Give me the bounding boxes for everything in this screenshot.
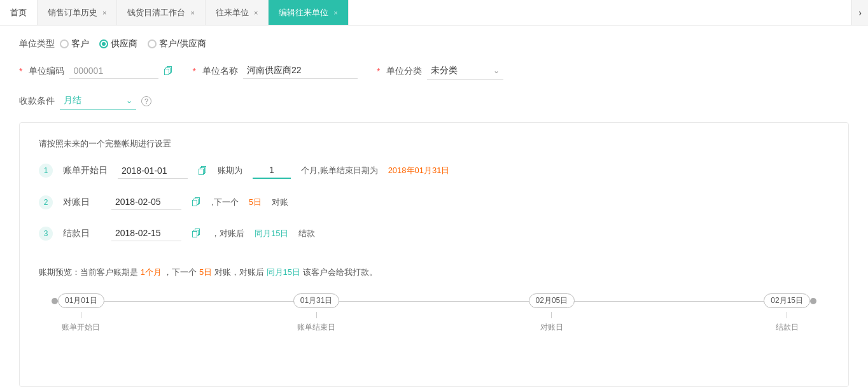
code-name-category-row: * 单位编码 🗍 * 单位名称 * 单位分类 未分类 ⌄ [19, 62, 849, 80]
unit-type-row: 单位类型 客户 供应商 客户/供应商 [19, 38, 849, 50]
timeline-badge-2: 01月31日 [293, 293, 340, 308]
code-icon[interactable]: 🗍 [164, 66, 173, 76]
category-select[interactable]: 未分类 ⌄ [427, 62, 503, 80]
main-content: 单位类型 客户 供应商 客户/供应商 * 单位编码 [0, 25, 868, 387]
tab-home[interactable]: 首页 [0, 0, 38, 25]
payment-label: 收款条件 [19, 95, 55, 107]
step-2-label: 对账日 [63, 197, 101, 208]
category-required: * [377, 66, 380, 76]
timeline-stem-2 [316, 312, 317, 318]
preview-section: 账期预览：当前客户账期是 1个月 ，下一个 5日 对账，对账后 同月15日 该客… [39, 257, 829, 371]
radio-supplier-label: 供应商 [111, 38, 137, 50]
preview-text: 账期预览：当前客户账期是 1个月 ，下一个 5日 对账，对账后 同月15日 该客… [39, 267, 829, 278]
step-1-row: 1 账单开始日 🗍 账期为 个月,账单结束日期为 2018年01月31日 [39, 162, 829, 179]
code-label: 单位编码 [29, 66, 64, 77]
preview-part3-highlight: 同月15日 [267, 267, 300, 277]
preview-label: 账期预览：当前客户账期是 [39, 267, 138, 277]
tab-edit-partner-label: 编辑往来单位 [279, 7, 328, 18]
tab-sales-history-label: 销售订单历史 [48, 7, 97, 18]
tab-partner-close[interactable]: × [254, 9, 258, 17]
timeline-label-4: 结款日 [776, 322, 799, 333]
step-3-row: 3 结款日 🗍 ，对账后 同月15日 结款 [39, 225, 829, 241]
chevron-right-icon: › [858, 8, 862, 18]
payment-value: 月结 [64, 95, 122, 106]
step-3-date-input[interactable] [111, 225, 181, 241]
code-field: * 单位编码 🗍 [19, 63, 173, 79]
category-label: 单位分类 [386, 66, 422, 77]
payment-select[interactable]: 月结 ⌄ [60, 92, 136, 109]
timeline-stem-3 [551, 312, 552, 318]
timeline-node-3: 02月05日 对账日 [529, 293, 575, 333]
radio-supplier[interactable]: 供应商 [99, 38, 137, 50]
category-value: 未分类 [431, 65, 489, 76]
timeline-start-dot [52, 298, 58, 304]
help-icon[interactable]: ? [141, 96, 151, 106]
tab-bar: 首页 销售订单历史 × 钱货日清工作台 × 往来单位 × 编辑往来单位 × › [0, 0, 868, 25]
timeline-label-1: 账单开始日 [62, 322, 100, 333]
unit-type-field: 单位类型 客户 供应商 客户/供应商 [19, 38, 206, 50]
timeline-end-dot [810, 298, 816, 304]
step-2-desc-prefix: ,下一个 [211, 197, 239, 208]
tab-sales-history-close[interactable]: × [102, 9, 106, 17]
timeline-container: 01月01日 账单开始日 01月31日 账单结束日 02月05日 对账日 [39, 293, 829, 358]
preview-part2-suffix: 对账，对账后 [214, 267, 264, 277]
step-1-period-label: 账期为 [218, 165, 242, 176]
preview-part3-suffix: 该客户会给我打款。 [303, 267, 377, 277]
preview-part2-highlight: 5日 [199, 267, 212, 277]
radio-group: 客户 供应商 客户/供应商 [60, 38, 206, 50]
timeline-node-2: 01月31日 账单结束日 [293, 293, 340, 333]
step-1-label: 账单开始日 [63, 165, 108, 176]
timeline-node-4: 02月15日 结款日 [764, 293, 810, 333]
name-label: 单位名称 [202, 66, 238, 77]
preview-part1: 1个月 [141, 267, 162, 277]
radio-customer[interactable]: 客户 [60, 38, 89, 50]
tab-home-label: 首页 [10, 7, 27, 18]
card-title: 请按照未来的一个完整帐期进行设置 [39, 138, 829, 150]
step-1-cal-icon[interactable]: 🗍 [198, 165, 207, 176]
radio-both-label: 客户/供应商 [159, 38, 206, 50]
timeline-badge-1: 01月01日 [58, 293, 104, 308]
name-field: * 单位名称 [192, 63, 357, 79]
timeline-stem-4 [787, 312, 787, 318]
timeline-badge-3: 02月05日 [529, 293, 575, 308]
radio-both[interactable]: 客户/供应商 [148, 38, 206, 50]
payment-chevron-icon: ⌄ [126, 96, 132, 105]
step-2-cal-icon[interactable]: 🗍 [192, 197, 201, 208]
unit-type-label: 单位类型 [19, 38, 55, 50]
step-1-end-date: 2018年01月31日 [388, 165, 450, 176]
name-input[interactable] [243, 63, 358, 79]
step-3-highlight: 同月15日 [255, 228, 288, 239]
timeline-label-3: 对账日 [540, 322, 563, 333]
step-3-num: 3 [39, 227, 53, 241]
tab-edit-partner[interactable]: 编辑往来单位 × [269, 0, 348, 25]
step-3-cal-icon[interactable]: 🗍 [192, 228, 201, 239]
timeline-node-1: 01月01日 账单开始日 [58, 293, 104, 333]
step-3-label: 结款日 [63, 228, 101, 239]
step-2-row: 2 对账日 🗍 ,下一个 5日 对账 [39, 194, 829, 210]
name-required: * [192, 66, 195, 76]
step-2-date-input[interactable] [111, 194, 181, 210]
timeline-nodes: 01月01日 账单开始日 01月31日 账单结束日 02月05日 对账日 [58, 293, 810, 333]
step-2-highlight: 5日 [249, 197, 262, 208]
radio-customer-circle [60, 39, 69, 48]
chevron-down-icon: ⌄ [493, 66, 500, 75]
tab-partner[interactable]: 往来单位 × [206, 0, 269, 25]
timeline-label-2: 账单结束日 [297, 322, 335, 333]
preview-part2-prefix: ，下一个 [164, 267, 197, 277]
step-1-month-input[interactable] [253, 162, 291, 179]
step-2-desc-suffix: 对账 [272, 197, 288, 208]
step-1-date-input[interactable] [118, 163, 188, 179]
step-2-num: 2 [39, 195, 53, 209]
tab-cash-work-close[interactable]: × [190, 9, 194, 17]
tab-edit-partner-close[interactable]: × [333, 9, 337, 17]
step-1-num: 1 [39, 164, 53, 178]
tab-sales-history[interactable]: 销售订单历史 × [38, 0, 117, 25]
tab-more-button[interactable]: › [851, 0, 868, 25]
code-input[interactable] [69, 63, 158, 79]
category-field: * 单位分类 未分类 ⌄ [377, 62, 503, 80]
timeline-stem-1 [81, 312, 81, 318]
tab-cash-work[interactable]: 钱货日清工作台 × [117, 0, 205, 25]
tab-partner-label: 往来单位 [216, 7, 249, 18]
radio-supplier-circle [99, 39, 108, 48]
step-3-desc-suffix: 结款 [298, 228, 315, 239]
